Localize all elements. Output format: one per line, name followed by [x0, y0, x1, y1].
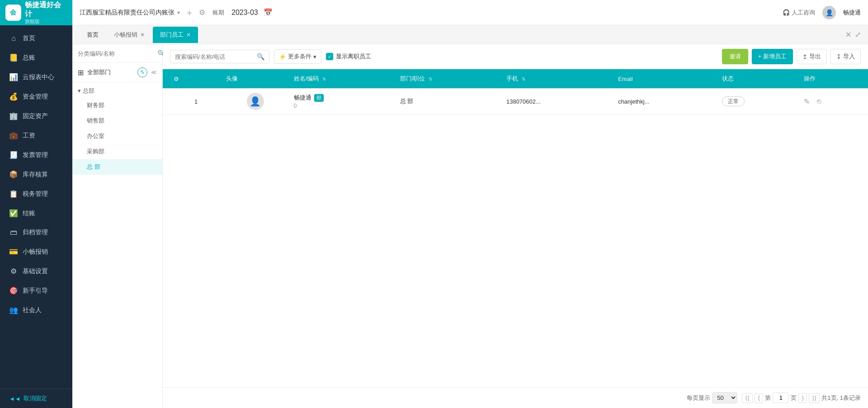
show-resigned-checkbox[interactable]: ✓ 显示离职员工 [326, 52, 371, 61]
dept-item-caiwu[interactable]: 财务部 [72, 98, 162, 113]
sidebar-label-inventory: 库存核算 [23, 171, 48, 179]
tab-close-all-button[interactable]: ✕ [845, 30, 851, 39]
sidebar-item-xiaochang[interactable]: 💳小畅报销 [0, 242, 72, 261]
th-dept[interactable]: 部门/职位 ⇅ [396, 69, 502, 88]
page-total: 共1页, 1条记录 [821, 394, 861, 402]
employee-name: 畅捷通 [294, 94, 311, 102]
dept-item-caigou[interactable]: 采购部 [72, 144, 162, 159]
sidebar-label-invoice: 发票管理 [23, 151, 48, 159]
company-selector[interactable]: 江西服宝精品有限责任公司内账张 ▾ [80, 9, 180, 17]
sidebar-unpin[interactable]: ◄◄ 取消固定 [0, 389, 72, 408]
sidebar-item-social[interactable]: 👥社会人 [0, 300, 72, 320]
sidebar-item-archive[interactable]: 🗃归档管理 [0, 223, 72, 242]
export-button[interactable]: ↥ 导出 [797, 49, 827, 64]
sidebar-item-wages[interactable]: 💼工资 [0, 126, 72, 145]
sort-dept-icon: ⇅ [429, 76, 432, 81]
tab-employees[interactable]: 部门员工 ✕ [153, 27, 198, 43]
sidebar-item-settings[interactable]: ⚙基础设置 [0, 261, 72, 281]
dept-search-input[interactable] [78, 50, 154, 57]
add-employee-button[interactable]: + 新增员工 [752, 49, 793, 64]
signout-employee-button[interactable]: ⎋ [817, 97, 821, 105]
th-name[interactable]: 姓名/编码 ⇅ [289, 69, 396, 88]
sidebar-item-settle[interactable]: ✅结账 [0, 204, 72, 223]
checkbox-label: 显示离职员工 [336, 52, 371, 61]
edit-employee-button[interactable]: ✎ [804, 97, 810, 106]
th-phone[interactable]: 手机 ⇅ [502, 69, 613, 88]
sidebar-icon-tax: 📋 [9, 190, 18, 198]
add-company-button[interactable]: ＋ [185, 7, 193, 18]
dept-collapse-icon[interactable]: ≪ [151, 69, 157, 76]
page-last-button[interactable]: ⟩⟩ [809, 393, 820, 403]
tab-expense-close[interactable]: ✕ [140, 32, 145, 38]
import-button[interactable]: ↧ 导入 [830, 49, 861, 64]
employee-toolbar: 🔍 ⚡ 更多条件 ▾ ✓ 显示离职员工 邀请 + 新增员工 [163, 44, 868, 69]
th-ops: 操作 [799, 69, 868, 88]
dept-all-label: 全部部门 [87, 68, 111, 76]
calendar-icon[interactable]: 📅 [264, 8, 273, 17]
period-label: 账期 [212, 9, 224, 17]
dept-edit-button[interactable]: ✎ [137, 67, 147, 77]
page-unit: 页 [791, 394, 797, 402]
row-status-cell: 正常 [717, 88, 799, 115]
tab-employees-close[interactable]: ✕ [186, 32, 191, 38]
company-settings-icon[interactable]: ⚙ [199, 8, 205, 17]
sidebar-item-funds[interactable]: 💰资金管理 [0, 87, 72, 106]
support-button[interactable]: 🎧 人工咨询 [783, 9, 815, 17]
sidebar-item-home[interactable]: ⌂首页 [0, 29, 72, 48]
page-input[interactable] [773, 393, 789, 403]
employee-search-icon[interactable]: 🔍 [257, 53, 264, 60]
employee-search-bar: 🔍 [170, 50, 269, 63]
sidebar-item-tax[interactable]: 📋税务管理 [0, 184, 72, 204]
th-settings[interactable]: ⚙ [163, 69, 190, 88]
period-value: 2023-03 [231, 9, 258, 17]
employee-avatar: 👤 [247, 93, 264, 110]
dept-item-xiaoshou[interactable]: 销售部 [72, 113, 162, 128]
user-avatar: 👤 [822, 6, 836, 19]
sidebar-label-settings: 基础设置 [23, 267, 48, 275]
sidebar-item-invoice[interactable]: 🧾发票管理 [0, 145, 72, 165]
sidebar-item-inventory[interactable]: 📦库存核算 [0, 165, 72, 184]
sidebar-label-xiaochang: 小畅报销 [23, 248, 48, 256]
employee-code: 0 [294, 103, 391, 109]
tab-home[interactable]: 首页 [80, 27, 106, 43]
dept-all-header: ⊞ 全部部门 ✎ ≪ [72, 63, 162, 82]
page-first-button[interactable]: ⟨⟨ [742, 393, 753, 403]
dept-badge: 部 [314, 94, 324, 102]
page-size-select[interactable]: 50 10 20 100 [712, 392, 737, 403]
dept-item-zongbu[interactable]: 总 部 [72, 159, 162, 175]
tabs-actions: ✕ ⤢ [845, 30, 861, 39]
sidebar-item-guide[interactable]: 🎯新手引导 [0, 281, 72, 300]
filter-arrow-icon: ▾ [313, 53, 316, 60]
row-name-cell: 畅捷通 部 0 [289, 88, 396, 115]
sidebar-label-social: 社会人 [23, 306, 42, 314]
sidebar-icon-archive: 🗃 [9, 228, 18, 237]
logo-text-wrap: 畅捷通好会计 旗舰版 [25, 0, 67, 24]
tab-home-label: 首页 [87, 31, 99, 39]
company-name: 江西服宝精品有限责任公司内账张 [80, 9, 175, 17]
dept-group-zongbu[interactable]: ▾ 总部 [72, 84, 162, 98]
page-next-button[interactable]: ⟩ [798, 393, 807, 403]
sidebar-icon-wages: 💼 [9, 131, 18, 140]
sidebar-icon-assets: 🏢 [9, 112, 18, 120]
unpin-label: 取消固定 [24, 394, 47, 403]
logo-title: 畅捷通好会计 [25, 0, 67, 18]
tab-expense[interactable]: 小畅报销 ✕ [107, 27, 152, 43]
employee-search-input[interactable] [175, 53, 254, 60]
filter-button[interactable]: ⚡ 更多条件 ▾ [274, 49, 321, 64]
sidebar-item-assets[interactable]: 🏢固定资产 [0, 106, 72, 126]
page-prev-button[interactable]: ⟨ [755, 393, 763, 403]
sidebar-label-settle: 结账 [23, 209, 35, 218]
sidebar-nav: ⌂首页📒总账📊云报表中心💰资金管理🏢固定资产💼工资🧾发票管理📦库存核算📋税务管理… [0, 25, 72, 389]
employee-table: ⚙ 头像 姓名/编码 ⇅ 部门/职位 ⇅ 手机 ⇅ Email 状态 操作 [163, 69, 868, 115]
tab-expand-button[interactable]: ⤢ [855, 30, 861, 39]
sidebar-item-reports[interactable]: 📊云报表中心 [0, 67, 72, 87]
sidebar-item-ledger[interactable]: 📒总账 [0, 48, 72, 67]
th-index [190, 69, 222, 88]
invite-button[interactable]: 邀请 [722, 49, 748, 64]
sidebar-label-wages: 工资 [23, 132, 35, 140]
toolbar-right-actions: 邀请 + 新增员工 ↥ 导出 ↧ 导入 [722, 49, 861, 64]
export-icon: ↥ [802, 53, 807, 60]
row-email-cell: chanjethkj... [613, 88, 717, 115]
unpin-icon: ◄◄ [9, 395, 21, 402]
dept-item-bangongshi[interactable]: 办公室 [72, 128, 162, 144]
